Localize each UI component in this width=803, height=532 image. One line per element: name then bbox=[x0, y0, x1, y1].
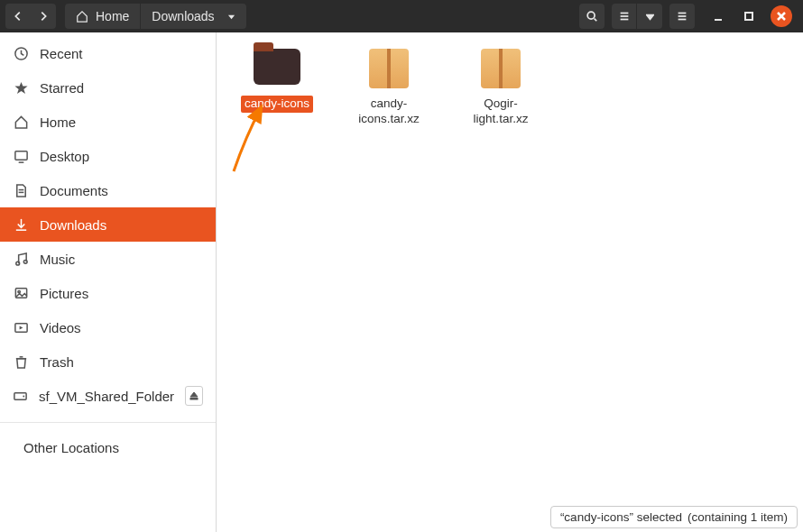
main-area: Recent Starred Home Desktop Documents Do bbox=[0, 32, 803, 532]
sidebar-item-label: sf_VM_Shared_Folder bbox=[39, 389, 174, 404]
file-label: Qogir-light.tar.xz bbox=[457, 96, 545, 128]
svg-point-20 bbox=[23, 260, 27, 263]
triangle-down-icon bbox=[646, 13, 654, 21]
sidebar-item-shared-drive[interactable]: sf_VM_Shared_Folder bbox=[0, 379, 216, 413]
status-detail: (containing 1 item) bbox=[688, 510, 788, 524]
sidebar-item-desktop[interactable]: Desktop bbox=[0, 139, 216, 173]
svg-rect-9 bbox=[745, 13, 752, 20]
sidebar-item-label: Trash bbox=[40, 354, 74, 370]
archive-icon bbox=[472, 49, 530, 88]
trash-icon bbox=[13, 353, 29, 370]
eject-button[interactable] bbox=[185, 386, 203, 406]
sidebar-item-label: Music bbox=[40, 252, 75, 267]
sidebar-places: Recent Starred Home Desktop Documents Do bbox=[0, 32, 216, 413]
videos-icon bbox=[13, 319, 29, 335]
sidebar-other-locations[interactable]: Other Locations bbox=[0, 427, 216, 468]
sidebar: Recent Starred Home Desktop Documents Do bbox=[0, 32, 217, 532]
svg-marker-24 bbox=[19, 326, 23, 329]
search-button[interactable] bbox=[579, 4, 605, 29]
file-pane[interactable]: candy-icons candy-icons.tar.xz Qogir-lig… bbox=[217, 32, 803, 532]
status-selection: “candy-icons” selected bbox=[560, 510, 682, 524]
sidebar-item-starred[interactable]: Starred bbox=[0, 70, 216, 105]
svg-rect-13 bbox=[14, 151, 26, 159]
triangle-down-icon bbox=[227, 13, 235, 21]
svg-point-28 bbox=[23, 395, 24, 397]
sidebar-item-videos[interactable]: Videos bbox=[0, 310, 216, 344]
hamburger-icon bbox=[676, 10, 688, 23]
sidebar-item-label: Documents bbox=[40, 183, 108, 198]
list-icon bbox=[618, 10, 631, 23]
sidebar-item-music[interactable]: Music bbox=[0, 242, 216, 276]
sidebar-item-trash[interactable]: Trash bbox=[0, 344, 216, 379]
clock-icon bbox=[13, 45, 29, 61]
headerbar: Home Downloads bbox=[0, 0, 803, 32]
sidebar-item-label: Pictures bbox=[40, 286, 88, 301]
file-item-archive[interactable]: Qogir-light.tar.xz bbox=[457, 49, 545, 128]
svg-rect-29 bbox=[190, 399, 198, 400]
status-bar: “candy-icons” selected (containing 1 ite… bbox=[550, 506, 798, 528]
svg-point-19 bbox=[15, 261, 19, 265]
breadcrumb-current[interactable]: Downloads bbox=[141, 4, 245, 29]
breadcrumb: Home Downloads bbox=[65, 4, 246, 29]
maximize-button[interactable] bbox=[740, 7, 758, 25]
file-item-folder[interactable]: candy-icons bbox=[233, 49, 321, 113]
sidebar-item-label: Videos bbox=[40, 320, 81, 335]
forward-button[interactable] bbox=[31, 4, 56, 29]
sidebar-item-documents[interactable]: Documents bbox=[0, 173, 216, 207]
folder-icon bbox=[248, 49, 306, 88]
breadcrumb-current-label: Downloads bbox=[152, 9, 214, 23]
sidebar-item-home[interactable]: Home bbox=[0, 105, 216, 139]
sidebar-item-recent[interactable]: Recent bbox=[0, 36, 216, 70]
eject-icon bbox=[189, 391, 198, 400]
sidebar-item-label: Desktop bbox=[40, 149, 89, 164]
close-button[interactable] bbox=[771, 5, 792, 27]
home-icon bbox=[13, 114, 29, 130]
breadcrumb-home[interactable]: Home bbox=[65, 4, 141, 29]
pictures-icon bbox=[13, 285, 29, 301]
documents-icon bbox=[13, 182, 29, 198]
home-icon bbox=[76, 10, 88, 23]
minimize-button[interactable] bbox=[709, 7, 727, 25]
search-icon bbox=[586, 10, 598, 23]
archive-icon bbox=[360, 49, 418, 88]
window-controls bbox=[709, 5, 792, 27]
minimize-icon bbox=[712, 10, 725, 23]
drive-icon bbox=[13, 388, 28, 404]
list-view-button[interactable] bbox=[612, 4, 637, 29]
sidebar-item-label: Starred bbox=[40, 80, 84, 96]
downloads-icon bbox=[13, 216, 29, 233]
star-icon bbox=[13, 79, 29, 96]
maximize-icon bbox=[743, 10, 755, 23]
hamburger-menu-button[interactable] bbox=[669, 4, 695, 29]
sidebar-item-downloads[interactable]: Downloads bbox=[0, 207, 216, 242]
file-item-archive[interactable]: candy-icons.tar.xz bbox=[345, 49, 433, 128]
file-label: candy-icons bbox=[241, 96, 313, 113]
music-icon bbox=[13, 251, 29, 267]
icon-grid: candy-icons candy-icons.tar.xz Qogir-lig… bbox=[217, 32, 803, 144]
sidebar-item-label: Downloads bbox=[40, 217, 106, 233]
sidebar-other-label: Other Locations bbox=[23, 440, 119, 455]
view-controls bbox=[612, 4, 662, 29]
svg-point-22 bbox=[17, 290, 19, 292]
close-icon bbox=[777, 12, 786, 21]
breadcrumb-home-label: Home bbox=[96, 9, 129, 23]
chevron-left-icon bbox=[12, 10, 24, 23]
desktop-icon bbox=[13, 148, 29, 164]
sidebar-item-pictures[interactable]: Pictures bbox=[0, 276, 216, 310]
back-button[interactable] bbox=[5, 4, 31, 29]
chevron-right-icon bbox=[37, 10, 50, 23]
view-options-button[interactable] bbox=[637, 4, 662, 29]
svg-line-1 bbox=[595, 19, 597, 22]
sidebar-item-label: Recent bbox=[40, 46, 83, 61]
sidebar-item-label: Home bbox=[40, 115, 76, 130]
nav-back-forward bbox=[5, 4, 56, 29]
svg-point-0 bbox=[587, 12, 595, 19]
file-label: candy-icons.tar.xz bbox=[345, 96, 433, 128]
sidebar-separator bbox=[0, 422, 216, 423]
